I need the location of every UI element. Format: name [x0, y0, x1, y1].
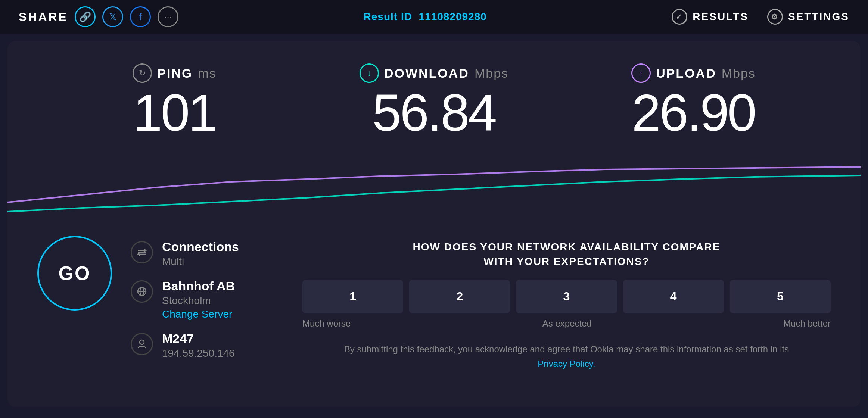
nav-section: ✓ RESULTS ⚙ SETTINGS	[672, 9, 849, 25]
privacy-policy-link[interactable]: Privacy Policy.	[538, 359, 595, 369]
share-facebook-icon[interactable]: f	[130, 6, 151, 27]
go-button[interactable]: GO	[37, 236, 112, 311]
right-panel: HOW DOES YOUR NETWORK AVAILABILITY COMPA…	[302, 236, 831, 371]
rating-1[interactable]: 1	[302, 280, 403, 313]
provider-icon	[131, 280, 153, 303]
connections-label: Connections	[162, 240, 239, 254]
rating-row: 1 2 3 4 5	[302, 280, 831, 313]
share-link-icon[interactable]: 🔗	[75, 6, 96, 27]
ping-block: ↻ PING ms 101	[45, 63, 304, 139]
feedback-disclaimer: By submitting this feedback, you acknowl…	[302, 342, 831, 371]
isp-name: M247	[162, 331, 235, 346]
isp-ip: 194.59.250.146	[162, 347, 235, 359]
provider-location: Stockholm	[162, 295, 235, 307]
rating-labels: Much worse As expected Much better	[302, 318, 831, 329]
results-label: RESULTS	[693, 11, 749, 23]
download-value: 56.84	[304, 87, 564, 139]
user-icon	[131, 333, 153, 355]
connections-icon	[131, 241, 153, 263]
svg-point-6	[140, 340, 144, 344]
share-more-icon[interactable]: ···	[158, 6, 178, 27]
disclaimer-text: By submitting this feedback, you acknowl…	[344, 344, 789, 354]
download-icon: ↓	[360, 63, 379, 83]
ping-header: ↻ PING ms	[45, 63, 304, 83]
provider-text: Bahnhof AB Stockholm Change Server	[162, 279, 235, 320]
upload-block: ↑ UPLOAD Mbps 26.90	[564, 63, 823, 139]
connections-item: Connections Multi	[131, 240, 239, 268]
stats-row: ↻ PING ms 101 ↓ DOWNLOAD Mbps 56.84 ↑ UP…	[7, 41, 861, 150]
bottom-section: GO Connections M	[7, 228, 861, 378]
ping-label: PING	[157, 66, 193, 81]
left-panel: GO Connections M	[37, 236, 280, 371]
ping-unit: ms	[198, 66, 216, 81]
provider-name: Bahnhof AB	[162, 279, 235, 293]
ping-icon: ↻	[133, 63, 152, 83]
download-unit: Mbps	[475, 66, 508, 81]
upload-label: UPLOAD	[656, 66, 716, 81]
header: SHARE 🔗 𝕏 f ··· Result ID 11108209280 ✓ …	[0, 0, 868, 34]
share-section: SHARE 🔗 𝕏 f ···	[19, 6, 178, 27]
result-label: Result ID	[364, 11, 412, 22]
ping-value: 101	[45, 87, 304, 139]
result-id-section: Result ID 11108209280	[364, 11, 487, 23]
label-as-expected: As expected	[542, 318, 592, 329]
rating-5[interactable]: 5	[730, 280, 831, 313]
settings-icon: ⚙	[767, 9, 783, 25]
change-server-link[interactable]: Change Server	[162, 308, 235, 320]
isp-text: M247 194.59.250.146	[162, 331, 235, 359]
download-label: DOWNLOAD	[384, 66, 469, 81]
settings-label: SETTINGS	[788, 11, 849, 23]
rating-2[interactable]: 2	[409, 280, 510, 313]
result-id-value[interactable]: 11108209280	[419, 11, 487, 22]
label-much-better: Much better	[783, 318, 831, 329]
upload-header: ↑ UPLOAD Mbps	[564, 63, 823, 83]
download-header: ↓ DOWNLOAD Mbps	[304, 63, 564, 83]
upload-unit: Mbps	[722, 66, 756, 81]
connections-value: Multi	[162, 256, 239, 268]
upload-value: 26.90	[564, 87, 823, 139]
rating-3[interactable]: 3	[516, 280, 617, 313]
upload-icon: ↑	[631, 63, 651, 83]
settings-nav[interactable]: ⚙ SETTINGS	[767, 9, 849, 25]
download-block: ↓ DOWNLOAD Mbps 56.84	[304, 63, 564, 139]
results-nav[interactable]: ✓ RESULTS	[672, 9, 749, 25]
share-twitter-icon[interactable]: 𝕏	[102, 6, 123, 27]
rating-4[interactable]: 4	[623, 280, 724, 313]
results-icon: ✓	[672, 9, 687, 25]
provider-item: Bahnhof AB Stockholm Change Server	[131, 279, 239, 320]
info-items: Connections Multi Bahnhof AB	[131, 236, 239, 359]
connections-text: Connections Multi	[162, 240, 239, 268]
feedback-question: HOW DOES YOUR NETWORK AVAILABILITY COMPA…	[302, 240, 831, 269]
main-content: ↻ PING ms 101 ↓ DOWNLOAD Mbps 56.84 ↑ UP…	[7, 41, 861, 407]
label-much-worse: Much worse	[302, 318, 351, 329]
speed-graph	[7, 150, 861, 217]
isp-item: M247 194.59.250.146	[131, 331, 239, 359]
share-label: SHARE	[19, 10, 68, 24]
